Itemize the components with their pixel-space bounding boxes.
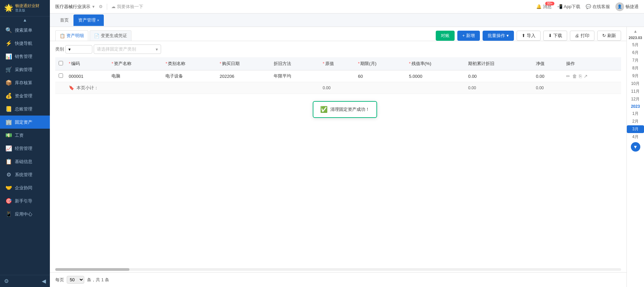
right-panel-month-8[interactable]: 8月 xyxy=(627,64,644,72)
right-panel-scroll-up[interactable]: ▲ xyxy=(633,28,638,34)
sidebar-item-quicknav[interactable]: ⚡ 快捷导航 xyxy=(0,37,50,50)
tab-asset-mgmt[interactable]: 资产管理 × xyxy=(73,14,104,26)
right-panel-month-1[interactable]: 1月 xyxy=(627,110,644,118)
refresh-button[interactable]: ↻ 刷新 xyxy=(597,31,621,41)
subtotal-empty-2 xyxy=(355,82,406,94)
sidebar-item-label: 经营管理 xyxy=(15,146,32,152)
sidebar-item-purchase[interactable]: 🛒 采购管理 xyxy=(0,63,50,76)
appcenter-icon: 📱 xyxy=(5,211,12,217)
system-icon: ⚙ xyxy=(5,171,12,178)
header-category: *类别名称 xyxy=(163,57,217,70)
cell-net-value: 0.00 xyxy=(533,70,563,82)
action-icons: ✏ 🗑 ⎘ ↗ xyxy=(566,73,618,79)
select-arrow-icon: ▾ xyxy=(156,47,158,52)
download-icon: ⬇ xyxy=(548,33,552,38)
edit-icon[interactable]: ✏ xyxy=(566,73,570,79)
tab-home[interactable]: 首页 xyxy=(55,14,73,26)
sidebar-logo: 🌟 畅捷通好业财 普及版 xyxy=(0,0,50,17)
collapse-icon[interactable]: ◀ xyxy=(42,278,46,284)
more-icon[interactable]: ↗ xyxy=(584,73,588,79)
right-panel-header: 2023.03 xyxy=(628,34,643,41)
download-label: 下载 xyxy=(553,33,562,39)
trial-label: 我要体验一下 xyxy=(117,4,143,10)
horizontal-scrollbar[interactable] xyxy=(55,268,621,271)
right-panel-month-11[interactable]: 11月 xyxy=(627,88,644,95)
scrollbar-thumb[interactable] xyxy=(55,268,129,271)
new-button[interactable]: + 新增 xyxy=(457,31,480,41)
toast-message: 清理固定资产成功！ xyxy=(330,106,370,113)
category-dropdown[interactable]: ▾ xyxy=(65,45,92,54)
header-net-value: 净值 xyxy=(533,57,563,70)
batch-button-label: 批量操作 xyxy=(488,33,505,39)
subtotal-original: 0.00 xyxy=(320,82,355,94)
toast-notification: ✅ 清理固定资产成功！ xyxy=(313,101,377,118)
close-tab-icon[interactable]: × xyxy=(97,18,99,22)
sub-tab-voucher-label: 变更生成凭证 xyxy=(101,33,127,39)
customer-service-button[interactable]: 💬 在线客服 xyxy=(586,4,610,10)
batch-button[interactable]: 批量操作 ▾ xyxy=(483,31,514,41)
sidebar-item-system[interactable]: ⚙ 系统管理 xyxy=(0,168,50,181)
sidebar-item-label: 采购管理 xyxy=(15,67,32,73)
print-button[interactable]: 🖨 打印 xyxy=(570,31,594,41)
total-label: 条，共 1 条 xyxy=(87,277,109,283)
right-panel-month-10[interactable]: 10月 xyxy=(627,80,644,88)
right-panel-month-2[interactable]: 2月 xyxy=(627,118,644,125)
sidebar-item-salary[interactable]: 💵 工资 xyxy=(0,129,50,142)
sidebar-item-sales[interactable]: 📊 销售管理 xyxy=(0,50,50,63)
category-select-input[interactable]: 请选择固定资产类别 ▾ xyxy=(94,44,161,54)
right-panel-month-6[interactable]: 6月 xyxy=(627,49,644,57)
row-checkbox-cell xyxy=(55,70,66,82)
sidebar-item-fixed[interactable]: 🏢 固定资产 xyxy=(0,116,50,129)
settings-gear-icon[interactable]: ⚙ xyxy=(99,4,103,9)
right-panel-month-5[interactable]: 5月 xyxy=(627,41,644,49)
logo-sub: 普及版 xyxy=(15,8,39,13)
table-wrap: *编码 *资产名称 *类别名称 *购买日期 折旧方法 *原值 *期限(月) *残… xyxy=(50,57,626,267)
right-panel-down-button[interactable]: ▼ xyxy=(631,142,640,152)
per-page-select[interactable]: 50 100 200 xyxy=(67,276,84,284)
sidebar-item-inventory[interactable]: 📦 库存核算 xyxy=(0,76,50,89)
right-panel-month-12[interactable]: 12月 xyxy=(627,95,644,103)
filter-row: 类别 ▾ 请选择固定资产类别 ▾ xyxy=(50,41,626,57)
cloud-icon: ☁ xyxy=(111,4,116,9)
right-panel-month-4[interactable]: 4月 xyxy=(627,133,644,141)
sub-tab-asset-detail[interactable]: 📋 资产明细 xyxy=(55,30,88,41)
cell-initial-depreciation: 0.00 xyxy=(465,70,533,82)
delete-icon[interactable]: 🗑 xyxy=(572,73,577,79)
sidebar-item-guide[interactable]: 🎯 新手引导 xyxy=(0,194,50,208)
sidebar-item-coop[interactable]: 🤝 企业协同 xyxy=(0,181,50,194)
sidebar-item-label: 企业协同 xyxy=(15,185,32,191)
user-menu[interactable]: 👤 畅捷通 xyxy=(615,2,639,11)
account-button[interactable]: 对账 xyxy=(436,31,455,41)
content-main: 📋 资产明细 📄 变更生成凭证 对账 + 新增 批量操作 ▾ ⬆ xyxy=(50,27,626,287)
sales-icon: 📊 xyxy=(5,53,12,60)
select-all-checkbox[interactable] xyxy=(59,61,63,65)
right-panel-month-7[interactable]: 7月 xyxy=(627,57,644,64)
trial-button[interactable]: ☁ 我要体验一下 xyxy=(111,4,143,10)
copy-icon[interactable]: ⎘ xyxy=(579,73,582,79)
company-name: 医疗器械行业演示 xyxy=(55,4,90,10)
sub-tab-voucher[interactable]: 📄 变更生成凭证 xyxy=(90,30,131,41)
table-row: 000001 电脑 电子设备 202206 年限平均 60 5.0000 0.0… xyxy=(55,70,621,82)
sidebar-item-ledger[interactable]: 📒 总账管理 xyxy=(0,102,50,116)
logo-icon: 🌟 xyxy=(4,4,13,12)
right-panel-month-9[interactable]: 9月 xyxy=(627,72,644,80)
company-selector[interactable]: 医疗器械行业演示 ▾ xyxy=(55,4,95,10)
sidebar-item-search[interactable]: 🔍 搜索菜单 xyxy=(0,24,50,37)
sidebar-item-operation[interactable]: 📈 经营管理 xyxy=(0,142,50,155)
company-dropdown-icon: ▾ xyxy=(92,4,95,9)
import-button[interactable]: ⬆ 导入 xyxy=(517,31,541,41)
sidebar-scroll-up[interactable]: ▲ xyxy=(0,17,50,24)
sidebar-item-label: 基础信息 xyxy=(15,159,32,165)
sidebar-item-label: 工资 xyxy=(15,132,24,138)
cell-original-value xyxy=(320,70,355,82)
asset-detail-icon: 📋 xyxy=(60,33,65,38)
sidebar-item-basic[interactable]: 📋 基础信息 xyxy=(0,155,50,168)
sidebar-item-appcenter[interactable]: 📱 应用中心 xyxy=(0,208,50,221)
app-download-button[interactable]: 📲 App下载 xyxy=(557,4,580,10)
sidebar-item-finance[interactable]: 💰 资金管理 xyxy=(0,89,50,102)
download-button[interactable]: ⬇ 下载 xyxy=(543,31,567,41)
row-checkbox[interactable] xyxy=(59,73,63,78)
right-panel-month-3-current[interactable]: 3月 xyxy=(627,125,644,133)
settings-icon[interactable]: ⚙ xyxy=(4,278,9,284)
messages-button[interactable]: 🔔 消息 99+ xyxy=(536,4,552,10)
